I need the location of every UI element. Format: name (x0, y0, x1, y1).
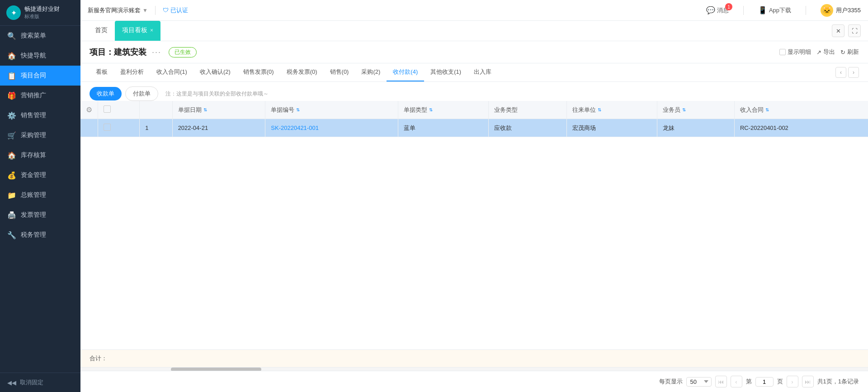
user-menu-button[interactable]: 🐱 用户3355 (821, 4, 861, 17)
sub-tab-tax-invoice[interactable]: 税务发票(0) (280, 63, 324, 81)
project-selector[interactable]: 新服务官网演示账套 ▼ (88, 6, 148, 14)
sub-tab-profit[interactable]: 盈利分析 (114, 63, 150, 81)
sort-salesperson-icon: ⇅ (682, 107, 686, 112)
table-row[interactable]: 1 2022-04-21 SK-20220421-001 蓝单 应收款 宏茂商场… (80, 119, 868, 137)
sidebar-item-inventory[interactable]: 🏠 库存核算 (0, 145, 80, 165)
prev-page-button[interactable]: ‹ (731, 376, 742, 387)
td-checkbox (98, 119, 140, 137)
show-detail-checkbox[interactable] (779, 49, 786, 55)
per-page-select[interactable]: 50 100 200 (686, 377, 712, 387)
th-type[interactable]: 单据类型 ⇅ (398, 101, 488, 119)
sub-tab-kanban[interactable]: 看板 (90, 63, 114, 81)
close-window-icon: ✕ (836, 28, 841, 34)
settings-icon[interactable]: ⚙ (86, 106, 92, 114)
sidebar-item-contract-label: 项目合同 (21, 72, 46, 80)
sidebar-item-marketing-label: 营销推广 (21, 91, 46, 100)
sub-tab-income-confirm[interactable]: 收入确认(2) (193, 63, 237, 81)
summary-label: 合计： (90, 355, 107, 362)
refresh-label: 刷新 (847, 48, 859, 56)
logo-text-group: 畅捷通好业财 标准版 (24, 5, 60, 20)
sub-tab-sales-invoice[interactable]: 销售发票(0) (237, 63, 280, 81)
sidebar-item-finance[interactable]: 💰 资金管理 (0, 165, 80, 185)
fullscreen-button[interactable]: ⛶ (848, 24, 861, 37)
th-partner[interactable]: 往来单位 ⇅ (566, 101, 657, 119)
topbar-divider2 (743, 6, 744, 15)
close-window-button[interactable]: ✕ (832, 24, 844, 37)
sidebar-item-shortcut[interactable]: 🏠 快捷导航 (0, 46, 80, 66)
th-salesperson[interactable]: 业务员 ⇅ (657, 101, 735, 119)
th-partner-sort: 往来单位 ⇅ (572, 106, 651, 114)
certified-badge: 🛡 已认证 (163, 6, 188, 14)
invoice-icon: 🖨️ (7, 210, 16, 220)
sidebar-item-search[interactable]: 🔍 搜索菜单 (0, 26, 80, 46)
per-page-label: 每页显示 (659, 378, 683, 386)
contract-icon: 📋 (7, 71, 16, 80)
first-page-button[interactable]: ⏮ (715, 376, 727, 387)
sub-tabs-prev-button[interactable]: ‹ (835, 67, 846, 78)
inventory-icon: 🏠 (7, 151, 16, 160)
logo-icon: ✦ (6, 5, 21, 20)
th-date[interactable]: 单据日期 ⇅ (172, 101, 265, 119)
shield-icon: 🛡 (163, 7, 169, 14)
more-menu-button[interactable]: ··· (152, 48, 161, 57)
sub-tab-income-contract[interactable]: 收入合同(1) (150, 63, 193, 81)
sidebar-item-ledger[interactable]: 📁 总账管理 (0, 185, 80, 205)
current-page-input[interactable] (755, 377, 774, 387)
topbar-right: 💬 消息 1 📱 App下载 🐱 用户3355 (706, 4, 861, 17)
show-detail-label: 显示明细 (788, 48, 811, 56)
sidebar-item-marketing[interactable]: 🎁 营销推广 (0, 86, 80, 105)
message-icon: 💬 (706, 6, 715, 14)
sidebar-item-sales[interactable]: ⚙️ 销售管理 (0, 105, 80, 125)
sub-tab-warehouse[interactable]: 出入库 (467, 63, 498, 81)
sub-tabs-arrows: ‹ › (835, 67, 859, 78)
th-date-sort: 单据日期 ⇅ (178, 106, 260, 114)
next-page-button[interactable]: › (787, 376, 798, 387)
refresh-button[interactable]: ↻ 刷新 (840, 48, 859, 56)
summary-row: 合计： (80, 349, 868, 367)
tabs-controls: ✕ ⛶ (832, 24, 861, 37)
horizontal-scrollbar[interactable] (80, 367, 868, 371)
topbar-divider (155, 6, 156, 15)
td-type: 蓝单 (398, 119, 488, 137)
finance-icon: 💰 (7, 171, 16, 180)
td-settings (80, 119, 98, 137)
pagination-bar: 每页显示 50 100 200 ⏮ ‹ 第 页 › ⏭ 共1页，1条记录 (80, 371, 868, 392)
record-number-link[interactable]: SK-20220421-001 (271, 124, 319, 131)
table-area: ⚙ 单据日期 ⇅ (80, 101, 868, 349)
sub-tab-receipts[interactable]: 收付款(4) (387, 63, 424, 81)
sub-tab-purchase[interactable]: 采购(2) (355, 63, 387, 81)
sort-number-icon: ⇅ (296, 107, 300, 112)
sidebar-item-tax[interactable]: 🔧 税务管理 (0, 225, 80, 245)
tab-kanban[interactable]: 项目看板 × (115, 21, 160, 41)
cart-icon: 🛒 (7, 131, 16, 140)
sidebar-item-purchase[interactable]: 🛒 采购管理 (0, 125, 80, 145)
inner-tab-receipt[interactable]: 收款单 (90, 87, 122, 100)
app-download-button[interactable]: 📱 App下载 (758, 6, 791, 14)
tab-kanban-close-icon[interactable]: × (150, 27, 153, 33)
scrollbar-thumb[interactable] (171, 368, 261, 371)
sidebar: ✦ 畅捷通好业财 标准版 🔍 搜索菜单 🏠 快捷导航 📋 项目合同 🎁 营销推广… (0, 0, 80, 392)
sidebar-item-invoice[interactable]: 🖨️ 发票管理 (0, 205, 80, 225)
sidebar-item-contract[interactable]: 📋 项目合同 (0, 66, 80, 86)
ledger-icon: 📁 (7, 191, 16, 200)
inner-tab-payment[interactable]: 付款单 (125, 86, 158, 101)
message-button[interactable]: 💬 消息 1 (706, 6, 729, 14)
fullscreen-icon: ⛶ (852, 28, 858, 34)
show-detail-button[interactable]: 显示明细 (779, 48, 811, 56)
logo-sub: 标准版 (24, 13, 60, 20)
sub-tab-sales[interactable]: 销售(0) (324, 63, 355, 81)
th-seq (140, 101, 172, 119)
header-checkbox[interactable] (104, 105, 111, 113)
th-income-contract[interactable]: 收入合同 ⇅ (734, 101, 868, 119)
export-button[interactable]: ↗ 导出 (816, 48, 835, 56)
row-checkbox[interactable] (104, 124, 111, 131)
sub-tabs-next-button[interactable]: › (848, 67, 859, 78)
sort-type-icon: ⇅ (429, 107, 433, 112)
th-income-contract-sort: 收入合同 ⇅ (740, 106, 863, 114)
th-number[interactable]: 单据编号 ⇅ (265, 101, 398, 119)
tab-home[interactable]: 首页 (88, 21, 115, 41)
inner-tab-note: 注：这里是与项目关联的全部收付款单哦～ (165, 90, 269, 98)
cancel-pin-button[interactable]: ◀◀ 取消固定 (0, 373, 80, 392)
last-page-button[interactable]: ⏭ (802, 376, 814, 387)
sub-tab-other-expenses[interactable]: 其他收支(1) (424, 63, 467, 81)
